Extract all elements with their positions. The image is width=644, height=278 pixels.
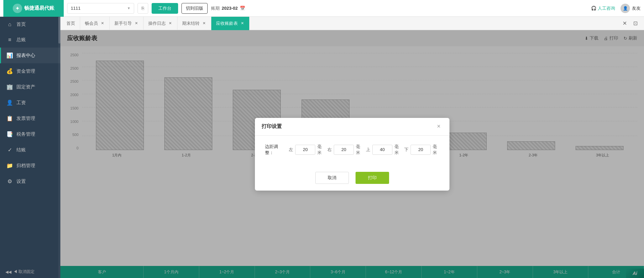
- tab-expand-button[interactable]: ⊡: [631, 19, 640, 28]
- left-margin-input[interactable]: [295, 145, 315, 155]
- company-name: 1111: [71, 6, 124, 11]
- main-layout: ⌂ 首页 ≡ 总账 📊 报表中心 💰 资金管理 🏢 固定资产 👤 工资 📋 发票…: [0, 17, 644, 278]
- logo-area: ✦ 畅捷通易代账: [3, 0, 64, 17]
- funds-icon: 💰: [6, 68, 13, 74]
- tab-close-member[interactable]: ✕: [100, 21, 105, 26]
- sidebar-label-checkout: 结账: [16, 147, 26, 153]
- tab-label-member: 畅会员: [85, 20, 98, 26]
- sidebar: ⌂ 首页 ≡ 总账 📊 报表中心 💰 资金管理 🏢 固定资产 👤 工资 📋 发票…: [0, 17, 60, 278]
- tab-ar-aging[interactable]: 应收账龄表 ✕: [211, 17, 250, 30]
- right-margin-input[interactable]: [334, 145, 354, 155]
- sidebar-item-invoice[interactable]: 📋 发票管理: [0, 111, 60, 126]
- tabs-actions: ✕ ⊡: [620, 19, 643, 28]
- sidebar-item-assets[interactable]: 🏢 固定资产: [0, 79, 60, 95]
- margin-label: 边距调整：: [265, 144, 285, 156]
- workbench-button[interactable]: 工作台: [152, 3, 178, 14]
- left-unit: 毫米: [317, 144, 324, 156]
- sidebar-label-funds: 资金管理: [16, 68, 35, 74]
- sidebar-label-tax: 税务管理: [16, 131, 35, 137]
- tab-member[interactable]: 畅会员 ✕: [80, 17, 110, 30]
- support-label: 人工咨询: [598, 5, 615, 11]
- sidebar-item-ledger[interactable]: ≡ 总账: [0, 32, 60, 48]
- sidebar-label-reports: 报表中心: [16, 53, 35, 59]
- modal-body: 边距调整： 左 毫米 右 毫米: [255, 136, 449, 167]
- calendar-icon[interactable]: 📅: [240, 6, 245, 11]
- tab-label-home: 首页: [66, 20, 75, 26]
- margin-bottom-group: 下 毫米: [404, 144, 439, 156]
- margin-right-group: 右 毫米: [327, 144, 363, 156]
- invoice-icon: 📋: [6, 115, 13, 122]
- margin-row: 边距调整： 左 毫米 右 毫米: [265, 144, 439, 156]
- tabs-bar: 首页 畅会员 ✕ 新手引导 ✕ 操作日志 ✕ 期末结转 ✕ 应收账龄表 ✕: [60, 17, 644, 30]
- payroll-icon: 👤: [6, 99, 13, 106]
- user-name: 友友: [632, 5, 641, 11]
- bottom-unit: 毫米: [433, 144, 439, 156]
- tab-close-guide[interactable]: ✕: [134, 21, 139, 26]
- bottom-margin-input[interactable]: [411, 145, 431, 155]
- sidebar-item-reports[interactable]: 📊 报表中心: [0, 48, 60, 63]
- sidebar-item-archive[interactable]: 📁 归档管理: [0, 158, 60, 173]
- tab-label-ar-aging: 应收账龄表: [216, 20, 238, 26]
- top-header: ✦ 畅捷通易代账 1111 ▼ ⎘ 工作台 切到旧版 账期 2023-02 📅 …: [0, 0, 644, 17]
- tab-home[interactable]: 首页: [62, 17, 80, 30]
- tab-close-ar-aging[interactable]: ✕: [240, 21, 245, 26]
- tab-guide[interactable]: 新手引导 ✕: [110, 17, 144, 30]
- sidebar-label-settings: 设置: [16, 179, 26, 185]
- copy-icon-btn[interactable]: ⎘: [138, 3, 148, 14]
- settings-icon: ⚙: [6, 178, 13, 185]
- sidebar-item-payroll[interactable]: 👤 工资: [0, 95, 60, 111]
- reports-icon: 📊: [6, 52, 13, 59]
- user-avatar: 👤: [621, 4, 630, 13]
- page-content: 应收账龄表 ⬇ 下载 🖨 打印 ↻ 刷新: [60, 30, 644, 278]
- top-unit: 毫米: [394, 144, 401, 156]
- tab-label-guide: 新手引导: [114, 20, 132, 26]
- content-area: 首页 畅会员 ✕ 新手引导 ✕ 操作日志 ✕ 期末结转 ✕ 应收账龄表 ✕: [60, 17, 644, 278]
- copy-icon: ⎘: [142, 6, 144, 11]
- sidebar-item-settings[interactable]: ⚙ 设置: [0, 173, 60, 189]
- support-button[interactable]: 🎧 人工咨询: [591, 5, 615, 11]
- logo-text: 畅捷通易代账: [24, 5, 54, 11]
- headset-icon: 🎧: [591, 6, 596, 11]
- period-label: 账期: [211, 5, 220, 11]
- sidebar-item-checkout[interactable]: ✓ 结账: [0, 142, 60, 158]
- margin-top-group: 上 毫米: [366, 144, 401, 156]
- print-dialog: 打印设置 × 边距调整： 左 毫米 右: [255, 118, 449, 191]
- top-margin-input[interactable]: [372, 145, 392, 155]
- unpin-label: ◀ 取消固定: [13, 269, 35, 275]
- logo-icon: ✦: [13, 4, 22, 13]
- sidebar-item-home[interactable]: ⌂ 首页: [0, 17, 60, 32]
- sidebar-item-funds[interactable]: 💰 资金管理: [0, 63, 60, 79]
- modal-header: 打印设置 ×: [255, 118, 449, 136]
- user-area[interactable]: 👤 友友: [621, 4, 641, 13]
- unpin-icon: ◀◀: [5, 270, 11, 274]
- tab-oplog[interactable]: 操作日志 ✕: [144, 17, 177, 30]
- sidebar-label-payroll: 工资: [16, 100, 26, 106]
- modal-close-button[interactable]: ×: [435, 123, 443, 131]
- company-selector[interactable]: 1111 ▼: [67, 3, 134, 14]
- tab-close-all-button[interactable]: ✕: [620, 19, 629, 28]
- sidebar-label-invoice: 发票管理: [16, 116, 35, 122]
- archive-icon: 📁: [6, 162, 13, 169]
- home-icon: ⌂: [6, 21, 13, 27]
- ledger-icon: ≡: [6, 37, 13, 43]
- cancel-button[interactable]: 取消: [315, 172, 349, 184]
- sidebar-label-ledger: 总账: [16, 37, 26, 43]
- left-direction-label: 左: [289, 147, 293, 153]
- period-info: 账期 2023-02 📅: [211, 5, 245, 11]
- sidebar-label-home: 首页: [16, 21, 26, 27]
- tax-icon: 📑: [6, 131, 13, 137]
- tab-close-oplog[interactable]: ✕: [168, 21, 172, 26]
- switch-version-button[interactable]: 切到旧版: [181, 3, 208, 14]
- header-right: 🎧 人工咨询 👤 友友: [591, 4, 641, 13]
- tab-close-period-end[interactable]: ✕: [202, 21, 206, 26]
- sidebar-item-tax[interactable]: 📑 税务管理: [0, 126, 60, 142]
- tab-label-oplog: 操作日志: [148, 20, 166, 26]
- unpin-button[interactable]: ◀◀ ◀ 取消固定: [0, 266, 60, 278]
- tab-period-end[interactable]: 期末结转 ✕: [177, 17, 211, 30]
- checkout-icon: ✓: [6, 147, 13, 153]
- sidebar-label-assets: 固定资产: [16, 84, 35, 90]
- print-confirm-button[interactable]: 打印: [356, 172, 389, 184]
- modal-overlay: 打印设置 × 边距调整： 左 毫米 右: [60, 30, 644, 278]
- tab-label-period-end: 期末结转: [182, 20, 200, 26]
- sidebar-label-archive: 归档管理: [16, 163, 35, 169]
